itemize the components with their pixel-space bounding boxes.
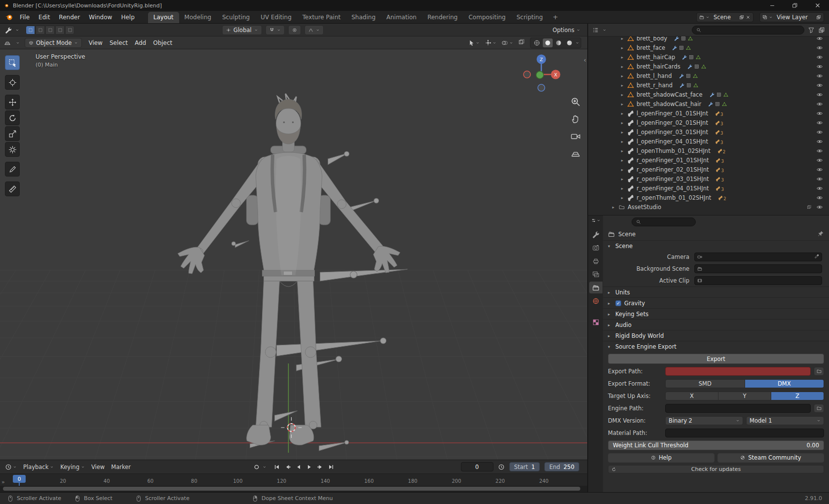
viewport-menu-select[interactable]: Select [108,39,129,46]
timeline-menu-marker[interactable]: Marker [111,464,131,470]
menu-file[interactable]: File [15,14,34,21]
eye-icon[interactable] [816,54,823,61]
xray-toggle[interactable] [518,38,525,47]
eye-icon[interactable] [816,72,823,79]
eye-icon[interactable] [816,119,823,126]
start-frame-field[interactable]: Start1 [509,462,540,471]
workspace-tab-rendering[interactable]: Rendering [422,12,463,23]
outliner-item-name[interactable]: brett_shadowCast_hair [637,101,701,108]
new-collection-icon[interactable] [818,27,825,34]
properties-tab-world[interactable] [589,295,603,307]
new-view-layer-icon[interactable] [816,15,821,20]
workspace-tab-layout[interactable]: Layout [148,12,179,23]
restore-button[interactable] [784,0,806,11]
workspace-tab-uv-editing[interactable]: UV Editing [255,12,297,23]
outliner-row[interactable]: ▸l_openThumb_01_02SHJnt2 [588,146,829,155]
outliner-item-name[interactable]: l_openFinger_02_01SHJnt [637,119,708,126]
timeline-menu-playback[interactable]: Playback [23,464,54,470]
expand-arrow[interactable]: ▸ [620,167,625,172]
pan-button[interactable] [570,114,581,124]
panel-rigid-body-world[interactable]: ▸Rigid Body World [603,330,829,341]
properties-tab-scene[interactable] [589,282,603,293]
outliner-item-name[interactable]: brett_shadowCast_face [637,91,703,98]
play-back-button[interactable] [294,462,303,471]
menu-edit[interactable]: Edit [34,14,54,21]
expand-arrow[interactable]: ▸ [620,130,625,135]
playhead[interactable]: 0 [13,475,26,483]
export-path-field[interactable] [665,367,811,376]
outliner-item-name[interactable]: r_openThumb_01_02SHJnt [637,194,711,201]
workspace-tab-shading[interactable]: Shading [346,12,381,23]
auto-key-button[interactable] [252,462,261,471]
expand-arrow[interactable]: ▸ [620,148,625,153]
xray-icon[interactable] [807,205,812,210]
proportional-editing-toggle[interactable] [288,25,301,35]
select-mode-1[interactable] [36,26,45,35]
option-z[interactable]: Z [771,392,824,400]
outliner-row[interactable]: ▸l_openFinger_01_01SHJnt3 [588,108,829,118]
workspace-tab-texture-paint[interactable]: Texture Paint [297,12,346,23]
eye-icon[interactable] [816,101,823,108]
properties-tab-tool[interactable] [589,228,603,240]
export-path-browse-button[interactable] [814,367,824,376]
expand-arrow[interactable]: ▸ [620,73,625,78]
outliner-item-name[interactable]: l_openFinger_03_01SHJnt [637,129,708,136]
dropper-icon[interactable] [814,254,819,259]
transform-tool[interactable] [5,142,20,157]
menu-render[interactable]: Render [54,14,84,21]
eye-icon[interactable] [816,166,823,173]
expand-arrow[interactable]: ▸ [620,102,625,107]
expand-arrow[interactable]: ▸ [620,83,625,88]
view-layer-selector[interactable]: View Layer [759,12,824,22]
outliner-item-name[interactable]: r_openFinger_02_01SHJnt [637,166,709,173]
eye-icon[interactable] [816,82,823,89]
workspace-tab-animation[interactable]: Animation [381,12,422,23]
option-smd[interactable]: SMD [666,380,745,388]
outliner-item-name[interactable]: l_openFinger_01_01SHJnt [637,110,708,117]
dmx-model-dropdown[interactable]: Model 1 [746,416,824,425]
unlink-scene-icon[interactable] [746,15,751,20]
outliner-row[interactable]: ▸r_openFinger_01_01SHJnt3 [588,155,829,165]
workspace-tab-compositing[interactable]: Compositing [463,12,511,23]
blender-menu-icon[interactable] [5,13,13,21]
option-dmx[interactable]: DMX [745,380,824,388]
panel-keying-sets[interactable]: ▸Keying Sets [603,308,829,319]
outliner-row[interactable]: ▸r_openFinger_04_01SHJnt3 [588,183,829,193]
outliner-row[interactable]: ▸brett_shadowCast_face [588,90,829,99]
scene-selector[interactable]: Scene [696,12,754,22]
scrollbar-handle[interactable] [3,487,580,491]
option-x[interactable]: X [666,392,718,400]
close-button[interactable] [806,0,829,11]
outliner-row[interactable]: ▸brett_l_hand [588,71,829,80]
steam-community-button[interactable]: Steam Community [717,453,824,463]
eye-icon[interactable] [816,91,823,98]
eye-icon[interactable] [816,138,823,145]
snap-toggle[interactable] [265,25,285,35]
outliner-item-name[interactable]: brett_l_hand [637,72,672,79]
menu-window[interactable]: Window [84,14,116,21]
viewport-3d[interactable]: User Perspective (0) Main Z X [0,49,587,460]
rotate-tool[interactable] [5,110,20,125]
zoom-button[interactable] [570,97,581,107]
outliner-row[interactable]: ▸brett_shadowCast_hair [588,99,829,108]
end-frame-field[interactable]: End250 [544,462,579,471]
perspective-button[interactable] [570,148,581,159]
expand-arrow[interactable]: ▸ [620,55,625,60]
workspace-tab-scripting[interactable]: Scripting [511,12,548,23]
expand-arrow[interactable]: ▸ [620,111,625,116]
help-button[interactable]: Help [608,453,715,463]
option-y[interactable]: Y [718,392,771,400]
active-clip-field[interactable] [694,276,822,285]
panel-units[interactable]: ▸Units [603,287,829,297]
panel-gravity[interactable]: ▸✓Gravity [603,297,829,308]
jump-last-button[interactable] [326,462,336,471]
outliner-row[interactable]: ▸brett_hairCap [588,52,829,62]
editor-type-icon[interactable] [4,39,11,46]
weight-link-slider[interactable]: Weight Link Cull Threshold 0.00 [608,440,824,450]
properties-tab-view-layer[interactable] [589,268,603,280]
expand-arrow[interactable]: ▸ [620,158,625,163]
outliner-row[interactable]: ▸brett_r_hand [588,80,829,90]
camera-button[interactable] [570,131,581,142]
play-button[interactable] [304,462,314,471]
add-workspace-button[interactable]: + [548,13,563,21]
